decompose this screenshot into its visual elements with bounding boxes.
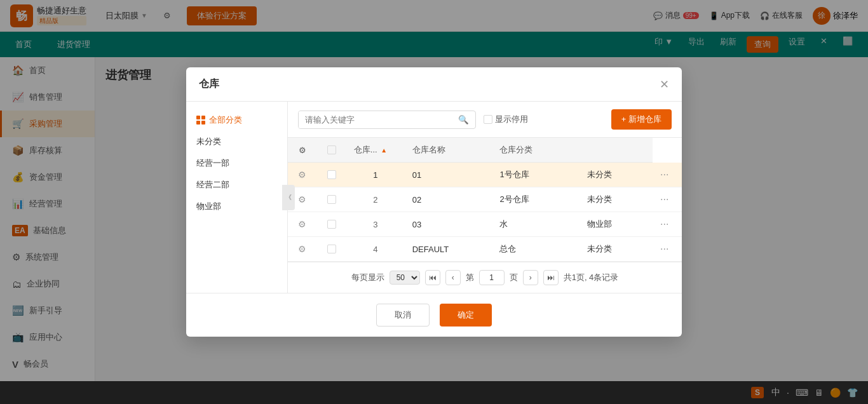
th-name: 仓库名称 (405, 138, 492, 163)
row-name: 总仓 (492, 237, 580, 262)
row-checkbox-cell[interactable] (317, 163, 346, 187)
row-code: 03 (405, 212, 492, 237)
last-page-button[interactable]: ⏭ (543, 270, 559, 285)
per-page-label: 每页显示 (351, 272, 384, 283)
row-settings-icon: ⚙ (298, 244, 306, 254)
row-checkbox-cell[interactable] (317, 237, 346, 262)
grid-icon (196, 116, 205, 125)
row-number: 1 (346, 163, 405, 187)
page-number-input[interactable] (479, 270, 505, 285)
row-settings[interactable]: ⚙ (288, 237, 317, 262)
pagination: 每页显示 50 ⏮ ‹ 第 页 › ⏭ 共1页, 4条记录 (288, 262, 682, 293)
th-category: 仓库分类 (492, 138, 580, 163)
page-suffix: 页 (510, 272, 518, 283)
th-actions (580, 138, 653, 163)
close-icon[interactable]: ✕ (660, 79, 669, 90)
row-category: 未分类 (580, 187, 653, 212)
modal-overlay[interactable]: 仓库 ✕ 全部分类 未分类 经营一部 经营二部 (0, 0, 868, 404)
search-input[interactable] (299, 111, 452, 128)
table-row[interactable]: ⚙ 3 03 水 物业部 ··· (288, 212, 682, 237)
row-settings[interactable]: ⚙ (288, 163, 317, 187)
cancel-button[interactable]: 取消 (376, 304, 430, 327)
row-category: 物业部 (580, 212, 653, 237)
category-ops2-label: 经营二部 (196, 179, 229, 191)
show-disabled-checkbox[interactable] (484, 115, 492, 124)
show-disabled-toggle[interactable]: 显示停用 (484, 114, 528, 125)
category-property[interactable]: 物业部 (186, 196, 287, 217)
table-row[interactable]: ⚙ 4 DEFAULT 总仓 未分类 ··· (288, 237, 682, 262)
category-ops1[interactable]: 经营一部 (186, 152, 287, 174)
next-page-button[interactable]: › (523, 270, 538, 285)
table-panel: 🔍 显示停用 + 新增仓库 ⚙ (288, 102, 682, 293)
row-settings-icon: ⚙ (298, 170, 306, 180)
add-warehouse-button[interactable]: + 新增仓库 (611, 109, 672, 130)
confirm-button[interactable]: 确定 (440, 304, 492, 327)
row-more-icon[interactable]: ··· (660, 219, 668, 229)
first-page-button[interactable]: ⏮ (425, 270, 440, 285)
warehouse-table: ⚙ 仓库... ▲ 仓库名称 仓库分类 (288, 138, 682, 262)
modal-title: 仓库 (199, 77, 219, 91)
category-ops1-label: 经营一部 (196, 158, 229, 169)
per-page-select[interactable]: 50 (390, 271, 420, 285)
row-name: 2号仓库 (492, 187, 580, 212)
row-settings-icon: ⚙ (298, 194, 306, 205)
th-code: 仓库... ▲ (346, 138, 405, 163)
th-settings[interactable]: ⚙ (288, 138, 317, 163)
row-more-icon[interactable]: ··· (660, 243, 668, 254)
row-settings-icon: ⚙ (298, 219, 306, 229)
row-settings[interactable]: ⚙ (288, 212, 317, 237)
category-unclassified[interactable]: 未分类 (186, 131, 287, 152)
row-actions-cell[interactable]: ··· (653, 187, 682, 212)
category-all-item[interactable]: 全部分类 (186, 109, 287, 131)
sort-icon: ▲ (381, 147, 387, 154)
row-number: 2 (346, 187, 405, 212)
table-row[interactable]: ⚙ 2 02 2号仓库 未分类 ··· (288, 187, 682, 212)
category-unclassified-label: 未分类 (196, 136, 221, 147)
search-button[interactable]: 🔍 (452, 111, 475, 128)
row-more-icon[interactable]: ··· (660, 169, 668, 180)
category-ops2[interactable]: 经营二部 (186, 174, 287, 196)
row-checkbox-cell[interactable] (317, 212, 346, 237)
category-panel: 全部分类 未分类 经营一部 经营二部 物业部 《 (186, 102, 288, 293)
th-code-label: 仓库... (354, 145, 377, 154)
row-number: 4 (346, 237, 405, 262)
warehouse-data-table: ⚙ 仓库... ▲ 仓库名称 仓库分类 (288, 138, 682, 262)
row-checkbox-cell[interactable] (317, 187, 346, 212)
row-more-icon[interactable]: ··· (660, 194, 668, 205)
row-actions-cell[interactable]: ··· (653, 163, 682, 187)
row-actions-cell[interactable]: ··· (653, 212, 682, 237)
row-name: 1号仓库 (492, 163, 580, 187)
collapse-panel-button[interactable]: 《 (282, 185, 295, 210)
modal-footer: 取消 确定 (186, 293, 682, 337)
row-code: 01 (405, 163, 492, 187)
category-all-label: 全部分类 (209, 114, 242, 126)
row-name: 水 (492, 212, 580, 237)
row-category: 未分类 (580, 237, 653, 262)
warehouse-modal: 仓库 ✕ 全部分类 未分类 经营一部 经营二部 (186, 67, 682, 337)
table-header-row: ⚙ 仓库... ▲ 仓库名称 仓库分类 (288, 138, 682, 163)
category-property-label: 物业部 (196, 201, 221, 212)
page-label: 第 (466, 272, 474, 283)
row-code: 02 (405, 187, 492, 212)
row-code: DEFAULT (405, 237, 492, 262)
th-check[interactable] (317, 138, 346, 163)
show-disabled-label: 显示停用 (495, 114, 528, 125)
table-row[interactable]: ⚙ 1 01 1号仓库 未分类 ··· (288, 163, 682, 187)
search-box: 🔍 (298, 111, 476, 129)
prev-page-button[interactable]: ‹ (445, 270, 461, 285)
row-actions-cell[interactable]: ··· (653, 237, 682, 262)
modal-body: 全部分类 未分类 经营一部 经营二部 物业部 《 (186, 102, 682, 293)
row-category: 未分类 (580, 163, 653, 187)
total-info: 共1页, 4条记录 (564, 272, 619, 283)
panel-toolbar: 🔍 显示停用 + 新增仓库 (288, 102, 682, 138)
row-number: 3 (346, 212, 405, 237)
modal-header: 仓库 ✕ (186, 67, 682, 102)
